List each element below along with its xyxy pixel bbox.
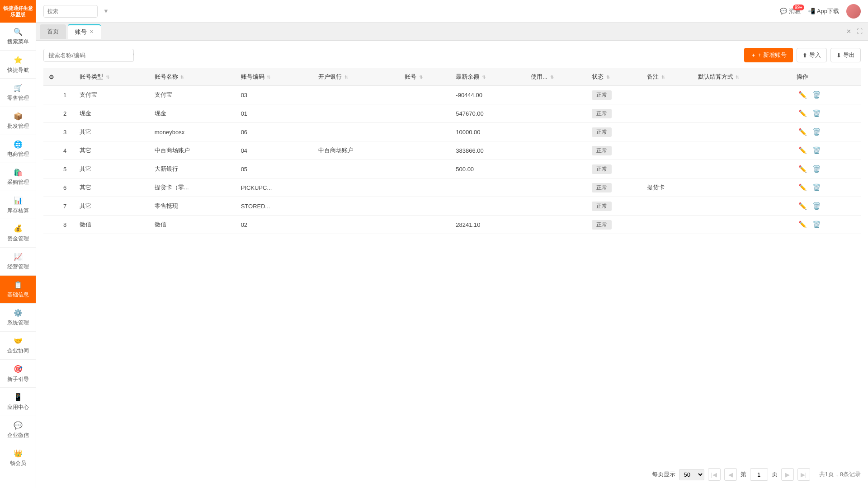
cell-account <box>401 197 452 216</box>
tab-close-all-button[interactable]: ✕ <box>844 27 853 36</box>
app-download-button[interactable]: 📲 App下载 <box>808 7 839 15</box>
cell-type: 现金 <box>76 104 151 123</box>
page-label: 第 <box>741 470 746 479</box>
tabs-bar: 首页 账号 ✕ ✕ ⛶ <box>36 23 868 41</box>
sidebar-item-inventory-check[interactable]: 📊 库存核算 <box>0 191 36 219</box>
cell-account <box>401 104 452 123</box>
cell-settings <box>43 123 60 141</box>
app-logo: 畅捷通好生意乐盟版 <box>0 0 36 23</box>
col-default-settlement[interactable]: 默认结算方式 ⇅ <box>694 68 793 86</box>
cell-type: 其它 <box>76 178 151 197</box>
import-button[interactable]: ⬆ 导入 <box>797 48 827 62</box>
cell-action: ✏️ 🗑️ <box>793 178 861 197</box>
col-status[interactable]: 状态 ⇅ <box>588 68 643 86</box>
edit-button[interactable]: ✏️ <box>797 183 809 192</box>
col-usage[interactable]: 使用... ⇅ <box>527 68 588 86</box>
sidebar-item-basic-info[interactable]: 📋 基础信息 <box>0 276 36 304</box>
tab-accounts-close[interactable]: ✕ <box>90 29 94 34</box>
col-settings[interactable]: ⚙ <box>43 68 60 86</box>
sidebar-item-vip-member[interactable]: 👑 畅会员 <box>0 444 36 472</box>
first-page-button[interactable]: |◀ <box>708 468 721 481</box>
sidebar-item-ecommerce-mgmt[interactable]: 🌐 电商管理 <box>0 135 36 163</box>
delete-button[interactable]: 🗑️ <box>811 201 823 211</box>
per-page-select[interactable]: 50 20 100 <box>679 469 704 480</box>
search-menu-icon: 🔍 <box>14 27 23 37</box>
edit-button[interactable]: ✏️ <box>797 90 809 100</box>
cell-account <box>401 86 452 104</box>
edit-button[interactable]: ✏️ <box>797 164 809 174</box>
edit-button[interactable]: ✏️ <box>797 145 809 155</box>
cell-settings <box>43 160 60 178</box>
col-balance[interactable]: 最新余额 ⇅ <box>452 68 527 86</box>
cell-code: 05 <box>237 160 315 178</box>
sidebar-item-enterprise-wechat[interactable]: 💬 企业微信 <box>0 416 36 444</box>
sidebar-item-retail-mgmt[interactable]: 🛒 零售管理 <box>0 79 36 107</box>
delete-button[interactable]: 🗑️ <box>811 145 823 155</box>
page-input[interactable] <box>750 468 768 481</box>
sidebar-item-search-menu[interactable]: 🔍 搜索菜单 <box>0 23 36 51</box>
topbar-left: ▼ <box>43 5 109 18</box>
col-action: 操作 <box>793 68 861 86</box>
sidebar-item-enterprise-agreement[interactable]: 🤝 企业协同 <box>0 332 36 360</box>
delete-button[interactable]: 🗑️ <box>811 183 823 192</box>
cell-type: 微信 <box>76 216 151 234</box>
sidebar-item-finance-mgmt[interactable]: 💰 资金管理 <box>0 219 36 247</box>
col-code[interactable]: 账号编码 ⇅ <box>237 68 315 86</box>
edit-button[interactable]: ✏️ <box>797 108 809 118</box>
delete-button[interactable]: 🗑️ <box>811 164 823 174</box>
sidebar-item-quick-nav[interactable]: ⭐ 快捷导航 <box>0 51 36 79</box>
topbar-search-input[interactable] <box>43 5 98 18</box>
next-page-button[interactable]: ▶ <box>781 468 794 481</box>
tab-accounts[interactable]: 账号 ✕ <box>68 24 101 39</box>
ops-mgmt-icon: 📈 <box>14 252 23 262</box>
edit-button[interactable]: ✏️ <box>797 201 809 211</box>
edit-button[interactable]: ✏️ <box>797 127 809 137</box>
cell-name: 零售抵现 <box>151 197 237 216</box>
delete-button[interactable]: 🗑️ <box>811 127 823 137</box>
cell-code: 02 <box>237 216 315 234</box>
col-type[interactable]: 账号类型 ⇅ <box>76 68 151 86</box>
sidebar-item-new-guide[interactable]: 🎯 新手引导 <box>0 360 36 388</box>
cell-index: 4 <box>60 141 76 160</box>
add-account-button[interactable]: ＋ + 新增账号 <box>744 48 793 62</box>
export-label: 导出 <box>843 51 855 59</box>
tab-home[interactable]: 首页 <box>40 24 66 39</box>
col-account[interactable]: 账号 ⇅ <box>401 68 452 86</box>
prev-page-button[interactable]: ◀ <box>724 468 737 481</box>
col-remark[interactable]: 备注 ⇅ <box>643 68 694 86</box>
table-row: 8 微信 微信 02 28241.10 正常 ✏️ 🗑️ <box>43 216 861 234</box>
search-button[interactable]: 🔍 <box>129 49 134 61</box>
cell-type: 其它 <box>76 197 151 216</box>
cell-code: 03 <box>237 86 315 104</box>
dropdown-icon[interactable]: ▼ <box>103 8 109 14</box>
search-input[interactable] <box>44 49 129 61</box>
app-download-label: App下载 <box>817 7 839 15</box>
last-page-button[interactable]: ▶| <box>797 468 810 481</box>
message-button[interactable]: 💬 消息 99+ <box>780 7 801 15</box>
sidebar: 畅捷通好生意乐盟版 🔍 搜索菜单 ⭐ 快捷导航 🛒 零售管理 📦 批发管理 🌐 … <box>0 0 36 488</box>
sidebar-item-ops-mgmt[interactable]: 📈 经营管理 <box>0 248 36 276</box>
sidebar-item-app-center[interactable]: 📱 应用中心 <box>0 388 36 416</box>
col-name[interactable]: 账号名称 ⇅ <box>151 68 237 86</box>
sidebar-item-wholesale-mgmt[interactable]: 📦 批发管理 <box>0 107 36 135</box>
sidebar-item-purchase-mgmt[interactable]: 🛍️ 采购管理 <box>0 163 36 191</box>
delete-button[interactable]: 🗑️ <box>811 220 823 230</box>
col-bank[interactable]: 开户银行 ⇅ <box>315 68 401 86</box>
delete-button[interactable]: 🗑️ <box>811 90 823 100</box>
cell-usage <box>527 141 588 160</box>
cell-account <box>401 123 452 141</box>
delete-button[interactable]: 🗑️ <box>811 108 823 118</box>
tab-maximize-button[interactable]: ⛶ <box>855 27 864 36</box>
cell-settings <box>43 141 60 160</box>
cell-balance: 500.00 <box>452 160 527 178</box>
sidebar-item-label: 系统管理 <box>7 319 29 327</box>
edit-button[interactable]: ✏️ <box>797 220 809 230</box>
export-button[interactable]: ⬇ 导出 <box>830 48 861 62</box>
topbar: ▼ 💬 消息 99+ 📲 App下载 <box>36 0 868 23</box>
cell-remark <box>643 86 694 104</box>
toolbar-right: ＋ + 新增账号 ⬆ 导入 ⬇ 导出 <box>744 48 861 62</box>
cell-action: ✏️ 🗑️ <box>793 160 861 178</box>
sidebar-item-system-mgmt[interactable]: ⚙️ 系统管理 <box>0 304 36 332</box>
cell-index: 8 <box>60 216 76 234</box>
avatar[interactable] <box>846 4 861 19</box>
